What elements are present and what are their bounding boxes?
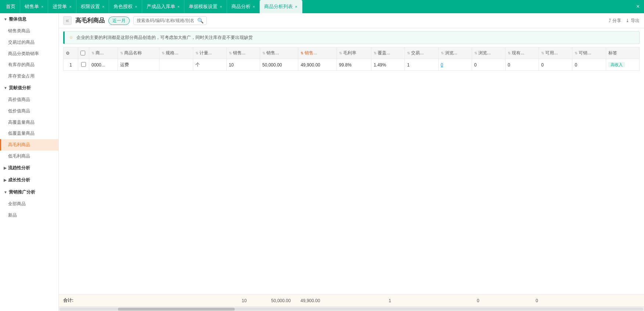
sidebar-group-trend[interactable]: ▶ 流趋性分析 bbox=[0, 162, 58, 174]
col-stock-sell[interactable]: ⇅ 可销... bbox=[572, 47, 606, 59]
tab-roles[interactable]: 角色授权 × bbox=[109, 0, 142, 13]
tab-purchase-close[interactable]: × bbox=[69, 4, 71, 9]
summary-stock-sell: 0 bbox=[533, 298, 563, 303]
sort-icon: ⇅ bbox=[91, 51, 94, 55]
tab-analysis[interactable]: 商品分析 × bbox=[227, 0, 260, 13]
sidebar: ▼ 整体信息 销售类商品 交易过的商品 商品分类助销率 有库存的商品 库存资金占… bbox=[0, 13, 59, 311]
col-code[interactable]: ⇅ 商... bbox=[89, 47, 118, 59]
col-sales-cost[interactable]: ⇅ 销售... bbox=[298, 47, 337, 59]
tab-template[interactable]: 单据模板设置 × bbox=[184, 0, 227, 13]
scrollbar-thumb[interactable] bbox=[118, 308, 235, 311]
col-browse2[interactable]: ⇅ 浏览... bbox=[472, 47, 505, 59]
tip-text: 企业的主要的利润都是这部分商品创造的，可考虑加大推广，同时关注库存是不要出现缺货 bbox=[76, 35, 253, 40]
cell-sales-cost: 49,900.00 bbox=[298, 59, 337, 71]
sidebar-item-low-coverage[interactable]: 低覆盖量商品 bbox=[0, 128, 58, 139]
sidebar-item-new-goods[interactable]: 新品 bbox=[0, 210, 58, 221]
tab-analysis-list[interactable]: 商品分析列表 × bbox=[260, 0, 302, 13]
window-close-icon[interactable]: × bbox=[636, 3, 643, 10]
time-filter-button[interactable]: 近一月 bbox=[108, 17, 130, 25]
sidebar-group-marketing[interactable]: ▼ 营销推广分析 bbox=[0, 186, 58, 198]
horizontal-scrollbar[interactable] bbox=[59, 307, 644, 311]
export-button[interactable]: ⤓ 导出 bbox=[626, 18, 640, 24]
tab-purchase[interactable]: 进货单 × bbox=[48, 0, 76, 13]
tab-bar: 首页 销售单 × 进货单 × 权限设置 × 角色授权 × 产成品入库单 × 单据… bbox=[0, 0, 644, 13]
sidebar-item-stock-capital[interactable]: 库存资金占用 bbox=[0, 70, 58, 82]
sidebar-item-all-goods[interactable]: 全部商品 bbox=[0, 198, 58, 210]
search-input[interactable] bbox=[137, 18, 197, 23]
collapse-arrow-contribution: ▼ bbox=[4, 86, 7, 90]
sidebar-group-growth[interactable]: ▶ 成长性分析 bbox=[0, 174, 58, 186]
sidebar-group-overall[interactable]: ▼ 整体信息 bbox=[0, 13, 58, 25]
summary-sales-qty: 10 bbox=[240, 298, 269, 303]
collapse-arrow-marketing: ▼ bbox=[4, 190, 7, 194]
main-layout: ▼ 整体信息 销售类商品 交易过的商品 商品分类助销率 有库存的商品 库存资金占… bbox=[0, 13, 644, 311]
search-icon[interactable]: 🔍 bbox=[197, 18, 204, 23]
sort-icon: ⇅ bbox=[474, 51, 477, 55]
sidebar-item-traded-goods[interactable]: 交易过的商品 bbox=[0, 37, 58, 48]
table-header-row: ⚙ ⇅ 商... ⇅ bbox=[64, 47, 640, 59]
sidebar-item-category-rate[interactable]: 商品分类助销率 bbox=[0, 48, 58, 59]
sidebar-item-high-value[interactable]: 高价值商品 bbox=[0, 94, 58, 105]
col-stock-avail[interactable]: ⇅ 可用... bbox=[539, 47, 572, 59]
col-gross-rate[interactable]: ⇅ 毛利率 bbox=[337, 47, 371, 59]
sidebar-collapse-button[interactable]: « bbox=[63, 16, 72, 25]
sort-icon: ⇅ bbox=[162, 51, 165, 55]
sort-icon: ⇅ bbox=[301, 51, 303, 55]
row-checkbox[interactable] bbox=[81, 62, 86, 67]
collapse-arrow-overall: ▼ bbox=[4, 17, 7, 21]
scrollbar-track bbox=[60, 308, 643, 311]
footer-summary: 合计: 10 50,000.00 49,900.00 1 0 0 bbox=[59, 294, 644, 307]
content-header: « 高毛利商品 近一月 🔍 ⤴ 分享 ⤓ 导出 bbox=[59, 13, 644, 28]
tab-analysis-list-close[interactable]: × bbox=[295, 4, 297, 9]
sort-icon: ⇅ bbox=[262, 51, 265, 55]
collapse-arrow-trend: ▶ bbox=[4, 166, 7, 170]
sidebar-item-low-margin[interactable]: 低毛利商品 bbox=[0, 151, 58, 162]
col-tag[interactable]: 标签 bbox=[606, 47, 639, 59]
tab-analysis-close[interactable]: × bbox=[253, 4, 255, 9]
select-all-checkbox[interactable] bbox=[80, 51, 85, 55]
sidebar-group-contribution[interactable]: ▼ 贡献值分析 bbox=[0, 82, 58, 94]
col-check[interactable] bbox=[78, 47, 89, 59]
summary-label: 合计: bbox=[63, 297, 93, 304]
cell-check[interactable] bbox=[78, 59, 89, 71]
col-sales-qty[interactable]: ⇅ 销售... bbox=[226, 47, 260, 59]
tab-permissions[interactable]: 权限设置 × bbox=[76, 0, 109, 13]
tab-production-close[interactable]: × bbox=[177, 4, 180, 9]
sort-icon: ⇅ bbox=[575, 51, 578, 55]
sidebar-item-high-coverage[interactable]: 高覆盖量商品 bbox=[0, 117, 58, 128]
col-settings[interactable]: ⚙ bbox=[64, 47, 78, 59]
col-trans[interactable]: ⇅ 交易... bbox=[405, 47, 438, 59]
cell-num: 1 bbox=[64, 59, 78, 71]
tab-permissions-close[interactable]: × bbox=[102, 4, 104, 9]
tab-production[interactable]: 产成品入库单 × bbox=[142, 0, 184, 13]
table-container: ⚙ ⇅ 商... ⇅ bbox=[59, 47, 644, 294]
col-unit[interactable]: ⇅ 计量... bbox=[193, 47, 226, 59]
col-coverage[interactable]: ⇅ 覆盖... bbox=[371, 47, 405, 59]
cell-browse2: 0 bbox=[472, 59, 505, 71]
col-stock-now[interactable]: ⇅ 现有... bbox=[506, 47, 539, 59]
col-sales-amt[interactable]: ⇅ 销售... bbox=[260, 47, 298, 59]
col-name[interactable]: ⇅ 商品名称 bbox=[118, 47, 159, 59]
cell-stock-sell: 0 bbox=[572, 59, 606, 71]
cell-spec bbox=[159, 59, 193, 71]
sort-icon: ⇅ bbox=[441, 51, 444, 55]
tab-template-close[interactable]: × bbox=[220, 4, 222, 9]
cell-trans: 1 bbox=[405, 59, 438, 71]
share-button[interactable]: ⤴ 分享 bbox=[609, 18, 621, 24]
sidebar-item-high-margin[interactable]: 高毛利商品 bbox=[0, 139, 58, 151]
sort-icon: ⇅ bbox=[541, 51, 544, 55]
cell-browse1[interactable]: 0 bbox=[438, 59, 472, 71]
tab-roles-close[interactable]: × bbox=[135, 4, 137, 9]
cell-sales-amt: 50,000.00 bbox=[260, 59, 298, 71]
sidebar-item-in-stock[interactable]: 有库存的商品 bbox=[0, 59, 58, 70]
tab-sales-close[interactable]: × bbox=[41, 4, 43, 9]
col-spec[interactable]: ⇅ 规格... bbox=[159, 47, 193, 59]
sidebar-item-low-value[interactable]: 低价值商品 bbox=[0, 105, 58, 117]
sort-icon: ⇅ bbox=[120, 51, 123, 55]
tab-sales[interactable]: 销售单 × bbox=[20, 0, 48, 13]
tab-home[interactable]: 首页 bbox=[1, 0, 20, 13]
sidebar-item-sales-goods[interactable]: 销售类商品 bbox=[0, 25, 58, 37]
sort-icon: ⇅ bbox=[229, 51, 232, 55]
cell-unit: 个 bbox=[193, 59, 226, 71]
col-browse1[interactable]: ⇅ 浏览... bbox=[438, 47, 472, 59]
